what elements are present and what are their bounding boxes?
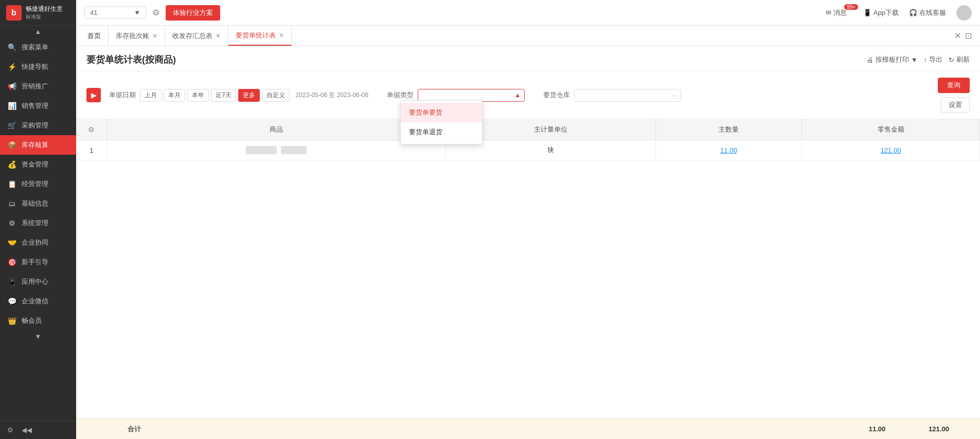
settings-column-header[interactable]: ⚙ <box>76 119 107 140</box>
more-dates-btn[interactable]: 更多 <box>238 89 260 102</box>
row-amount[interactable]: 121.00 <box>881 147 901 154</box>
filter-bar: ▶ 单据日期 上月 本月 本年 近7天 更多 自定义 2023-05-06 至 … <box>76 71 980 119</box>
sidebar-item-member[interactable]: 👑 畅会员 <box>0 311 76 331</box>
set-btn[interactable]: 设置 <box>941 97 970 113</box>
sidebar-item-system[interactable]: ⚙ 系统管理 <box>0 213 76 233</box>
tabs-actions: ✕ ⊡ <box>954 31 976 41</box>
messages-label: 消息 <box>833 8 847 17</box>
this-year-btn[interactable]: 本年 <box>187 89 209 102</box>
app-center-icon: 📱 <box>7 277 16 286</box>
batch-account-label: 库存批次账 <box>116 31 149 41</box>
tab-close-collect-summary[interactable]: ✕ <box>216 32 221 40</box>
print-btn[interactable]: 🖨 按模板打印 ▼ <box>867 55 918 64</box>
last-7-days-btn[interactable]: 近7天 <box>211 89 236 102</box>
sidebar-item-finance[interactable]: 💰 资金管理 <box>0 155 76 174</box>
sidebar-item-search[interactable]: 🔍 搜索菜单 <box>0 38 76 57</box>
this-month-btn[interactable]: 本月 <box>164 89 185 102</box>
phone-icon: 📱 <box>863 9 871 16</box>
type-filter-input[interactable] <box>418 89 525 102</box>
product-code-placeholder <box>281 146 307 154</box>
print-chevron-icon: ▼ <box>911 56 918 64</box>
refresh-icon: ↻ <box>949 56 954 64</box>
sidebar-item-app-center[interactable]: 📱 应用中心 <box>0 272 76 291</box>
sidebar-item-guide[interactable]: 🎯 新手引导 <box>0 252 76 272</box>
sidebar-item-label: 采购管理 <box>22 121 48 130</box>
quantity-column-header: 主数量 <box>655 119 801 140</box>
settings-footer-btn[interactable]: ⚙ <box>7 426 13 434</box>
type-filter-label: 单据类型 <box>387 90 414 100</box>
sidebar-item-marketing[interactable]: 📢 营销推广 <box>0 77 76 96</box>
guide-icon: 🎯 <box>7 258 16 267</box>
page-header-actions: 🖨 按模板打印 ▼ ↑ 导出 ↻ 刷新 <box>867 55 970 64</box>
page-header: 要货单统计表(按商品) 🖨 按模板打印 ▼ ↑ 导出 ↻ 刷新 <box>76 46 980 71</box>
row-product-cell <box>107 140 446 160</box>
search-icon: 🔍 <box>7 43 16 52</box>
sidebar-scroll-up[interactable]: ▲ <box>0 26 76 38</box>
export-label: 导出 <box>929 55 942 64</box>
order-stats-label: 要货单统计表 <box>236 31 276 40</box>
export-icon: ↑ <box>924 56 928 64</box>
sidebar-item-purchase[interactable]: 🛒 采购管理 <box>0 116 76 135</box>
export-btn[interactable]: ↑ 导出 <box>924 55 943 64</box>
main-content: 41 ▼ ⚙ 体验行业方案 ✉ 消息 99+ 📱 App下载 🎧 在线客服 首页 <box>76 0 980 439</box>
type-select-wrapper: ▲ <box>418 89 525 102</box>
dropdown-item-yaohuodanyaohuo[interactable]: 要货单要货 <box>401 103 482 122</box>
maximize-btn[interactable]: ⊡ <box>965 31 972 41</box>
print-icon: 🖨 <box>867 56 874 64</box>
inventory-icon: 📦 <box>7 140 16 150</box>
sidebar-item-basic[interactable]: 🗂 基础信息 <box>0 194 76 213</box>
logo-icon: b <box>6 5 22 21</box>
total-row: 合计 11.00 121.00 <box>86 425 970 434</box>
sidebar-item-label: 畅会员 <box>22 316 42 325</box>
custom-date-btn[interactable]: 自定义 <box>262 89 290 102</box>
total-quantity: 11.00 <box>846 425 908 433</box>
quantity-column-label: 主数量 <box>719 125 739 133</box>
refresh-label: 刷新 <box>956 55 970 64</box>
trial-btn[interactable]: 体验行业方案 <box>166 5 220 21</box>
expand-filter-btn[interactable]: ▶ <box>86 88 101 102</box>
table-settings-icon[interactable]: ⚙ <box>88 125 95 134</box>
row-index: 1 <box>90 147 93 154</box>
date-filter-label: 单据日期 <box>109 90 136 100</box>
sidebar-item-wechat[interactable]: 💬 企业微信 <box>0 291 76 311</box>
sidebar-item-label: 资金管理 <box>22 160 48 169</box>
sidebar-logo: b 畅捷通好生意 标准版 <box>0 0 76 26</box>
collapse-footer-btn[interactable]: ◀◀ <box>22 426 32 434</box>
query-btn[interactable]: 查询 <box>938 78 970 93</box>
tab-collect-summary[interactable]: 收发存汇总表 ✕ <box>165 26 228 46</box>
app-download-btn[interactable]: 📱 App下载 <box>863 8 899 17</box>
messages-btn[interactable]: ✉ 消息 99+ <box>826 8 853 17</box>
quick-nav-icon: ⚡ <box>7 62 16 71</box>
operations-icon: 📋 <box>7 179 16 189</box>
online-service-btn[interactable]: 🎧 在线客服 <box>909 8 946 17</box>
online-service-label: 在线客服 <box>919 8 946 17</box>
dropdown-item-yaohuodantui[interactable]: 要货单退货 <box>401 122 482 142</box>
tab-order-stats[interactable]: 要货单统计表 ✕ <box>228 26 292 46</box>
warehouse-filter-group: 要货仓库 ··· <box>543 89 681 102</box>
refresh-btn[interactable]: ↻ 刷新 <box>949 55 970 64</box>
sidebar-item-label: 新手引导 <box>22 258 48 267</box>
sidebar-item-quick-nav[interactable]: ⚡ 快捷导航 <box>0 57 76 77</box>
sidebar-item-sales[interactable]: 📊 销售管理 <box>0 96 76 116</box>
sidebar-footer: ⚙ ◀◀ <box>0 420 76 439</box>
data-table: ⚙ 商品 主计量单位 主数量 零售金额 <box>76 119 980 161</box>
warehouse-filter-input[interactable] <box>574 89 681 102</box>
tab-home[interactable]: 首页 <box>80 26 109 46</box>
company-selector[interactable]: 41 ▼ <box>84 6 146 19</box>
sidebar-item-enterprise[interactable]: 🤝 企业协同 <box>0 233 76 252</box>
basic-icon: 🗂 <box>7 199 16 208</box>
date-filter-group: 单据日期 上月 本月 本年 近7天 更多 自定义 2023-05-06 至 20… <box>109 89 368 102</box>
user-avatar[interactable] <box>956 5 972 21</box>
close-all-tabs-btn[interactable]: ✕ <box>954 31 961 41</box>
tab-batch-account[interactable]: 库存批次账 ✕ <box>109 26 165 46</box>
sidebar-scroll-down[interactable]: ▼ <box>0 331 76 342</box>
sidebar-item-label: 应用中心 <box>22 277 48 286</box>
tab-close-batch-account[interactable]: ✕ <box>152 32 157 40</box>
sidebar-item-operations[interactable]: 📋 经营管理 <box>0 174 76 194</box>
row-quantity[interactable]: 11.00 <box>720 147 737 154</box>
sidebar-item-inventory[interactable]: 📦 库存核算 <box>0 135 76 155</box>
last-month-btn[interactable]: 上月 <box>140 89 162 102</box>
settings-gear-btn[interactable]: ⚙ <box>152 8 159 17</box>
tab-close-order-stats[interactable]: ✕ <box>279 32 284 39</box>
sidebar-item-label: 快捷导航 <box>22 62 48 71</box>
